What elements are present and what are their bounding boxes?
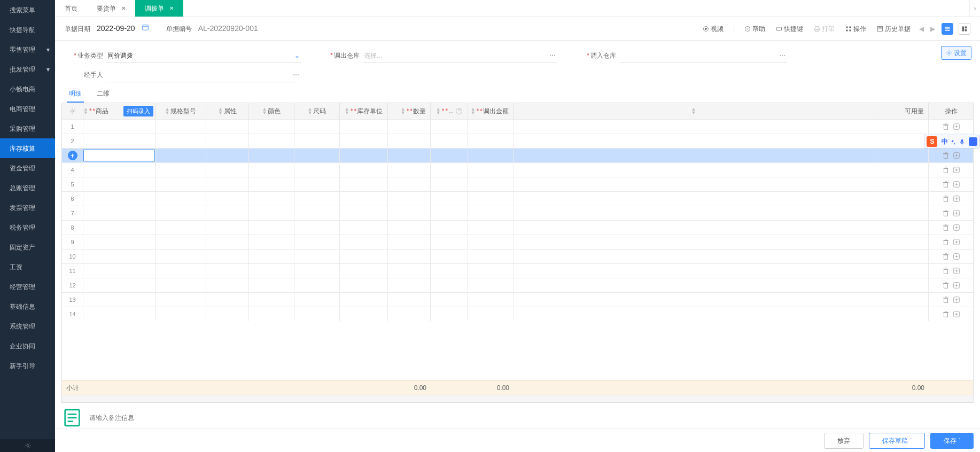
video-button[interactable]: 视频 bbox=[699, 24, 727, 34]
delete-icon[interactable] bbox=[942, 209, 950, 217]
insert-icon[interactable] bbox=[953, 166, 960, 174]
tab-0[interactable]: 首页 bbox=[55, 0, 87, 17]
insert-icon[interactable] bbox=[953, 181, 960, 188]
view-list[interactable] bbox=[942, 23, 953, 35]
ime-punct-icon[interactable]: •, bbox=[951, 137, 955, 146]
tab-2[interactable]: 调拨单✕ bbox=[135, 0, 183, 17]
doc-date-value[interactable]: 2022-09-20 bbox=[97, 23, 135, 34]
col-qty[interactable]: ▲▼*数量 bbox=[388, 103, 431, 119]
help-button[interactable]: ? 帮助 bbox=[741, 24, 768, 34]
table-row[interactable]: 2 bbox=[62, 134, 973, 148]
save-button[interactable]: 保存ˆ bbox=[930, 433, 974, 449]
insert-icon[interactable] bbox=[953, 296, 960, 303]
next-doc[interactable]: ▶ bbox=[929, 24, 936, 34]
table-row[interactable]: 14 bbox=[62, 307, 973, 321]
sidebar-item-13[interactable]: 工资 bbox=[0, 257, 55, 277]
close-icon[interactable]: ✕ bbox=[121, 4, 126, 12]
delete-icon[interactable] bbox=[942, 310, 950, 318]
remark-input[interactable] bbox=[89, 410, 974, 425]
view-card[interactable] bbox=[959, 23, 970, 35]
delete-icon[interactable] bbox=[942, 253, 950, 260]
add-row-button[interactable]: + bbox=[68, 151, 77, 160]
table-row[interactable]: + bbox=[62, 148, 973, 162]
sidebar-item-16[interactable]: 系统管理 bbox=[0, 316, 55, 336]
settings-button[interactable]: 设置 bbox=[941, 46, 971, 60]
delete-icon[interactable] bbox=[942, 181, 950, 188]
subtab-0[interactable]: 明细 bbox=[67, 89, 84, 103]
tab-1[interactable]: 要货单✕ bbox=[87, 0, 135, 17]
delete-icon[interactable] bbox=[942, 123, 950, 130]
table-row[interactable]: 8 bbox=[62, 220, 973, 235]
action-button[interactable]: 操作 bbox=[842, 24, 869, 34]
table-row[interactable]: 9 bbox=[62, 235, 973, 249]
col-spec[interactable]: ▲▼规格型号 bbox=[155, 103, 206, 119]
delete-icon[interactable] bbox=[942, 152, 950, 159]
tab-scroll-right[interactable]: › bbox=[969, 0, 980, 17]
print-button[interactable]: 打印 bbox=[811, 24, 838, 34]
h-scrollbar[interactable] bbox=[62, 395, 973, 402]
sidebar-item-4[interactable]: 小畅电商 bbox=[0, 79, 55, 99]
shortcut-button[interactable]: 快捷键 bbox=[773, 24, 806, 34]
col-product[interactable]: ▲▼*商品 扫码录入 bbox=[83, 103, 155, 119]
table-row[interactable]: 13 bbox=[62, 292, 973, 307]
table-row[interactable]: 1 bbox=[62, 119, 973, 134]
sidebar-item-1[interactable]: 快捷导航 bbox=[0, 20, 55, 40]
sidebar-item-15[interactable]: 基础信息 bbox=[0, 297, 55, 316]
table-row[interactable]: 7 bbox=[62, 206, 973, 220]
col-amount[interactable]: ▲▼*调出金额 bbox=[468, 103, 514, 119]
sidebar-item-10[interactable]: 发票管理 bbox=[0, 198, 55, 217]
sidebar-item-5[interactable]: 电商管理 bbox=[0, 99, 55, 119]
sidebar-item-9[interactable]: 总账管理 bbox=[0, 178, 55, 198]
delete-icon[interactable] bbox=[942, 238, 950, 246]
insert-icon[interactable] bbox=[953, 282, 960, 289]
table-row[interactable]: 12 bbox=[62, 278, 973, 292]
sidebar-item-12[interactable]: 固定资产 bbox=[0, 237, 55, 257]
ime-lang[interactable]: 中 bbox=[942, 137, 948, 146]
sidebar-item-11[interactable]: 税务管理 bbox=[0, 217, 55, 237]
col-unit[interactable]: ▲▼*库存单位 bbox=[340, 103, 388, 119]
cancel-button[interactable]: 放弃 bbox=[824, 433, 864, 449]
sidebar-item-18[interactable]: 新手引导 bbox=[0, 356, 55, 376]
ime-toolbar[interactable]: S 中 •, bbox=[924, 135, 980, 149]
insert-icon[interactable] bbox=[953, 310, 960, 318]
delete-icon[interactable] bbox=[942, 224, 950, 231]
col-gear[interactable] bbox=[62, 103, 83, 119]
ime-keyboard-icon[interactable] bbox=[969, 137, 977, 146]
insert-icon[interactable] bbox=[953, 209, 960, 217]
delete-icon[interactable] bbox=[942, 296, 950, 303]
insert-icon[interactable] bbox=[953, 152, 960, 159]
insert-icon[interactable] bbox=[953, 267, 960, 275]
close-icon[interactable]: ✕ bbox=[169, 4, 174, 12]
col-price[interactable]: ▲▼*...? bbox=[431, 103, 468, 119]
save-draft-button[interactable]: 保存草稿ˆ bbox=[869, 433, 925, 449]
scan-button[interactable]: 扫码录入 bbox=[123, 106, 153, 116]
delete-icon[interactable] bbox=[942, 282, 950, 289]
sidebar-item-14[interactable]: 经营管理 bbox=[0, 277, 55, 297]
history-button[interactable]: 历史单据 bbox=[874, 24, 914, 34]
insert-icon[interactable] bbox=[953, 195, 960, 202]
col-blank[interactable]: ▲▼ bbox=[514, 103, 875, 119]
sidebar-item-0[interactable]: 搜索菜单 bbox=[0, 0, 55, 20]
handler-select[interactable]: ⋯ bbox=[106, 67, 301, 82]
out-wh-select[interactable]: 选择... ⋯ bbox=[363, 48, 557, 63]
table-row[interactable]: 11 bbox=[62, 263, 973, 278]
in-wh-select[interactable]: ⋯ bbox=[619, 48, 787, 63]
table-row[interactable]: 6 bbox=[62, 191, 973, 206]
sidebar-item-2[interactable]: 零售管理▾ bbox=[0, 40, 55, 59]
insert-icon[interactable] bbox=[953, 123, 960, 130]
sidebar-item-6[interactable]: 采购管理 bbox=[0, 119, 55, 138]
subtab-1[interactable]: 二维 bbox=[95, 89, 112, 103]
biz-type-select[interactable]: 同价调拨 ⌄ bbox=[106, 48, 301, 63]
sidebar-item-7[interactable]: 库存核算 bbox=[0, 138, 55, 158]
delete-icon[interactable] bbox=[942, 166, 950, 174]
col-avail[interactable]: 可用量 bbox=[875, 103, 929, 119]
prev-doc[interactable]: ◀ bbox=[918, 24, 925, 34]
sidebar-item-17[interactable]: 企业协同 bbox=[0, 336, 55, 356]
mic-icon[interactable] bbox=[959, 138, 966, 145]
insert-icon[interactable] bbox=[953, 238, 960, 246]
delete-icon[interactable] bbox=[942, 267, 950, 275]
sidebar-item-3[interactable]: 批发管理▾ bbox=[0, 59, 55, 79]
insert-icon[interactable] bbox=[953, 253, 960, 260]
calendar-icon[interactable] bbox=[142, 24, 149, 34]
sidebar-item-8[interactable]: 资金管理 bbox=[0, 158, 55, 178]
